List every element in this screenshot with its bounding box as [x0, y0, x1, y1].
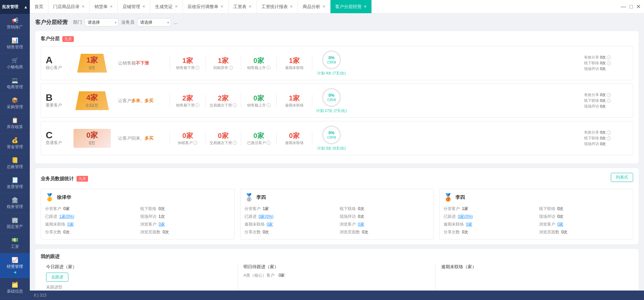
sidebar-item-ledger[interactable]: 📒 总账管理	[0, 154, 30, 174]
sidebar-item-ecom-small[interactable]: 🛒 小畅电商	[0, 54, 30, 74]
tier-c-right-stat2: 线下联络 0次 i	[584, 136, 628, 141]
filter-more-icon[interactable]: ...	[174, 20, 178, 25]
sidebar-item-marketing[interactable]: 📢 营销推广	[0, 14, 30, 34]
tier-b-stat4[interactable]: 1家 逾期未联络	[281, 94, 308, 108]
sidebar-item-base[interactable]: 🗂️ 基础信息	[0, 278, 30, 298]
sidebar-item-payroll[interactable]: 💵 工资	[0, 233, 30, 253]
tier-a-big-num: 1家	[86, 55, 98, 65]
tab-restore-icon[interactable]: □	[629, 4, 633, 10]
tab-close-icon[interactable]: ✕	[82, 4, 85, 9]
tab-home[interactable]: 首页	[30, 0, 48, 13]
tier-c-stat3[interactable]: 0家 已激活客户 i	[245, 131, 272, 145]
tab-voucher[interactable]: 生成凭证 ✕	[150, 0, 183, 13]
tier-a-right-stat1: 有效分享 0次 i	[584, 55, 628, 60]
info-icon: i	[229, 66, 233, 70]
tier-a-stat3[interactable]: 0家 销售额上升 i	[245, 56, 272, 70]
sidebar-item-sales[interactable]: 📊 销售管理	[0, 34, 30, 54]
list-view-button[interactable]: 列表式	[611, 173, 633, 182]
tab-customer-tier[interactable]: 客户分层经营 ✕	[330, 0, 372, 13]
tab-payroll-report[interactable]: 工资统计报表 ✕	[257, 0, 298, 13]
tab-payroll[interactable]: 工资表 ✕	[229, 0, 257, 13]
tab-close-icon[interactable]: ✕	[220, 4, 223, 9]
tab-close-icon[interactable]: ✕	[175, 4, 178, 9]
base-icon: 🗂️	[1, 281, 28, 288]
tier-c-stat4[interactable]: 0家 逾期未联络	[281, 131, 308, 145]
info-icon: i	[607, 136, 611, 140]
tier-b-label: B 重要客户	[46, 93, 69, 108]
tab-close-icon[interactable]: ✕	[290, 4, 293, 9]
sidebar-item-label: 工资	[1, 244, 28, 250]
sidebar-item-tax[interactable]: 🏛️ 税务管理	[0, 193, 30, 213]
person-2-stat-0: 分管客户 1家	[444, 206, 533, 212]
tab-close-icon[interactable]: ✕	[249, 4, 252, 9]
ecom-icon: 💻	[1, 77, 28, 84]
tier-c-stat4-num: 0家	[289, 131, 299, 140]
person-0-stat-3: 现场拜访 1次	[140, 214, 230, 220]
sales-icon: 📊	[1, 37, 28, 44]
tab-sales-order[interactable]: 销货单 ✕	[90, 0, 118, 13]
tier-b-stat3[interactable]: 0家 销售额上升 i	[245, 94, 272, 108]
divider	[205, 56, 206, 70]
divider	[276, 56, 277, 70]
tier-a-stat1[interactable]: 1家 销售额下滑 i	[174, 56, 201, 70]
person-1-stat-2: 已跟进 0家(0%)	[244, 214, 334, 220]
person-1-medal: 🥈	[244, 193, 254, 202]
tier-b-letter: B	[46, 93, 69, 102]
person-2-stat-6: 分享次数 0次	[444, 229, 533, 235]
followup-header: 我的跟进	[41, 254, 633, 260]
goto-followup-button[interactable]: 去跟进	[46, 273, 68, 282]
info-icon: i	[607, 61, 611, 65]
tier-a-stat3-label: 销售额上升 i	[247, 65, 271, 70]
sidebar-item-label: 固定资产	[1, 224, 28, 230]
sidebar-item-inventory[interactable]: 📋 库存核算	[0, 114, 30, 134]
followup-col-0-title: 今日跟进（家）	[46, 264, 232, 270]
sales-select[interactable]: 请选择	[137, 18, 171, 26]
tier-a-label: A 核心客户	[46, 55, 69, 71]
sidebar-item-management[interactable]: 📈 经营管理 ◀	[0, 253, 30, 278]
tier-row-a: A 核心客户 1家 0万 让销售额不下滑 1家 销售额下滑	[41, 46, 633, 80]
sidebar-item-invoice[interactable]: 🧾 发票管理	[0, 174, 30, 193]
followup-col-2-title: 逾期未联络（家）	[441, 264, 628, 270]
sidebar-collapse-icon[interactable]: ▲	[24, 5, 28, 9]
tab-ar-adjust[interactable]: 应收应付调整单 ✕	[183, 0, 229, 13]
person-0-stat-1: 线下联络 0次	[140, 206, 230, 212]
sidebar-item-system[interactable]: ⚙️ 系统管理	[0, 298, 30, 300]
tier-c-label: C 普通客户	[46, 131, 69, 146]
tier-c-stat1[interactable]: 0家 休眠客户 i	[174, 131, 201, 145]
tier-b-stat2[interactable]: 2家 交易频次下滑 i	[210, 94, 237, 108]
tab-close-icon[interactable]: ✕	[322, 4, 325, 9]
tier-a-circle-pct: 0%	[328, 55, 334, 60]
tab-close-all-icon[interactable]: ✕	[636, 3, 641, 10]
customer-tier-header: 客户分层 九月	[41, 36, 633, 42]
dept-select[interactable]: 请选择	[85, 18, 119, 26]
sidebar-item-assets[interactable]: 🏢 固定资产	[0, 213, 30, 233]
tab-goods-analysis[interactable]: 商品分析 ✕	[298, 0, 330, 13]
tier-c-stat2[interactable]: 0家 交易频次下滑 i	[210, 131, 237, 145]
tier-a-stat2[interactable]: 1家 回购异常 i	[210, 56, 237, 70]
sidebar-item-label: 资金管理	[1, 144, 28, 150]
tab-close-icon[interactable]: ✕	[142, 4, 145, 9]
tier-a-stat4[interactable]: 1家 逾期未联络	[281, 56, 308, 70]
tab-close-icon[interactable]: ✕	[110, 4, 113, 9]
person-1-stat-0: 分管客户 1家	[244, 206, 334, 212]
tier-c-right-stats: 有效分享 0次 i 线下联络 0次 i 现场拜访 0次	[584, 130, 628, 146]
tier-b-right-stats: 有效分享 0次 i 线下联络 0次 i 现场拜访 0次	[584, 92, 628, 109]
divider	[276, 94, 277, 108]
tab-close-icon[interactable]: ✕	[364, 4, 367, 9]
tier-b-stat1-num: 2家	[182, 94, 193, 103]
sidebar-item-finance[interactable]: 💰 资金管理	[0, 134, 30, 154]
sidebar-item-purchase[interactable]: 📦 采购管理	[0, 94, 30, 114]
payroll-icon: 💵	[1, 237, 28, 243]
tab-shop-manage[interactable]: 店铺管理 ✕	[118, 0, 150, 13]
tier-c-contact: 0% 已联络 计划 0次 (0天/次)	[316, 125, 347, 151]
tier-b-highlight: 多来、多买	[131, 98, 153, 103]
tier-b-stat1[interactable]: 2家 销售额下滑 i	[174, 94, 201, 108]
tier-a-name: 核心客户	[46, 65, 69, 71]
followup-grid: 今日跟进（家） 去跟进 未跟进型 明日待跟进（家） A类（核心）客户 0家 逾期…	[41, 264, 633, 290]
tier-a-stat4-label: 逾期未联络	[285, 65, 304, 70]
status-bar: It } 315	[30, 291, 644, 300]
sidebar-item-ecom[interactable]: 💻 电商管理	[0, 74, 30, 94]
tab-minimize-icon[interactable]: —	[621, 4, 626, 10]
tab-store-products[interactable]: 门店商品目录 ✕	[48, 0, 90, 13]
sidebar-item-label: 电商管理	[1, 84, 28, 90]
